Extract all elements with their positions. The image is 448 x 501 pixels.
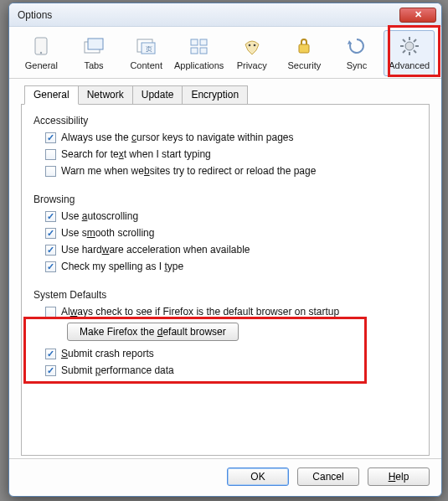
category-advanced-label: Advanced [384,60,434,70]
opt-warn-redirect[interactable]: Warn me when websites try to redirect or… [45,165,417,177]
checkbox[interactable] [45,132,56,143]
svg-point-11 [248,44,250,47]
checkbox[interactable] [45,228,56,239]
dialog-footer: OK Cancel Help [9,458,441,496]
lock-icon [291,34,317,58]
checkbox[interactable] [45,349,56,359]
opt-label: Search for text when I start typing [61,148,211,160]
category-tabs[interactable]: Tabs [69,30,120,76]
svg-point-12 [253,44,255,47]
opt-label: Submit performance data [61,364,174,376]
checkbox[interactable] [45,261,56,272]
checkbox[interactable] [45,166,56,177]
checkbox[interactable] [45,365,56,376]
category-sync[interactable]: Sync [332,30,383,76]
opt-performance-data[interactable]: Submit performance data [45,364,417,376]
sync-icon [343,34,370,58]
category-general-label: General [17,60,66,70]
checkbox[interactable] [45,307,56,318]
cancel-button[interactable]: Cancel [297,467,359,486]
category-applications-label: Applications [174,60,224,70]
svg-rect-9 [191,48,198,54]
opt-label: Use smooth scrolling [61,227,154,239]
svg-text:页: 页 [146,45,152,53]
category-security-label: Security [280,60,329,70]
make-default-button[interactable]: Make Firefox the default browser [67,323,239,341]
opt-spellcheck[interactable]: Check my spelling as I type [45,261,417,272]
checkbox[interactable] [45,149,56,160]
svg-rect-7 [191,39,198,45]
opt-smooth-scrolling[interactable]: Use smooth scrolling [45,227,417,239]
opt-label: Use autoscrolling [61,210,138,222]
titlebar: Options ✕ [9,3,441,27]
opt-hardware-accel[interactable]: Use hardware acceleration when available [45,244,417,256]
close-button[interactable]: ✕ [399,8,436,23]
subtab-encryption[interactable]: Encryption [182,85,248,104]
section-browsing-title: Browsing [33,194,417,205]
checkbox[interactable] [45,245,56,256]
category-advanced[interactable]: Advanced [384,30,435,76]
privacy-icon [239,34,265,58]
opt-label: Submit crash reports [61,348,154,359]
svg-rect-3 [88,39,103,49]
svg-line-19 [403,39,405,42]
subtab-general[interactable]: General [24,85,79,105]
category-applications[interactable]: Applications [173,30,224,76]
opt-label: Use hardware acceleration when available [61,244,250,256]
general-panel: Accessibility Always use the cursor keys… [21,104,430,456]
ok-button[interactable]: OK [227,467,289,486]
opt-label: Warn me when websites try to redirect or… [61,165,316,177]
window-title: Options [18,9,52,21]
sub-tabstrip: General Network Update Encryption [24,85,430,104]
category-tabs-label: Tabs [70,60,119,70]
subtab-network[interactable]: Network [78,85,133,104]
checkbox[interactable] [45,211,56,222]
opt-autoscrolling[interactable]: Use autoscrolling [45,210,417,222]
opt-search-text[interactable]: Search for text when I start typing [45,148,417,160]
opt-default-browser-check[interactable]: Always check to see if Firefox is the de… [45,306,417,318]
svg-line-20 [414,50,416,53]
category-security[interactable]: Security [279,30,330,76]
options-window: Options ✕ General Tabs 页 Content A [8,3,442,497]
opt-cursor-keys[interactable]: Always use the cursor keys to navigate w… [45,132,417,143]
content-icon: 页 [133,34,160,58]
svg-rect-8 [200,39,207,45]
opt-crash-reports[interactable]: Submit crash reports [45,348,417,359]
opt-label: Check my spelling as I type [61,261,183,272]
category-sync-label: Sync [332,60,382,70]
category-privacy[interactable]: Privacy [226,30,277,76]
svg-rect-13 [299,44,309,53]
opt-label: Always check to see if Firefox is the de… [61,306,339,318]
subtab-update[interactable]: Update [132,85,183,104]
section-accessibility-title: Accessibility [33,115,417,127]
svg-line-22 [414,39,416,42]
svg-point-14 [405,42,414,50]
help-button[interactable]: Help [368,467,430,486]
general-icon [28,34,54,58]
body-area: General Network Update Encryption Access… [9,79,441,458]
category-privacy-label: Privacy [227,60,276,70]
gear-icon [396,34,423,58]
svg-point-1 [40,52,42,54]
category-content-label: Content [121,60,171,70]
category-content[interactable]: 页 Content [121,30,172,76]
category-toolbar: General Tabs 页 Content Applications Priv… [9,27,441,79]
svg-line-21 [403,50,405,53]
opt-label: Always use the cursor keys to navigate w… [61,132,293,143]
category-general[interactable]: General [16,30,67,76]
section-system-title: System Defaults [33,289,417,301]
svg-rect-10 [200,48,207,54]
tabs-icon [80,34,107,58]
applications-icon [186,34,213,58]
